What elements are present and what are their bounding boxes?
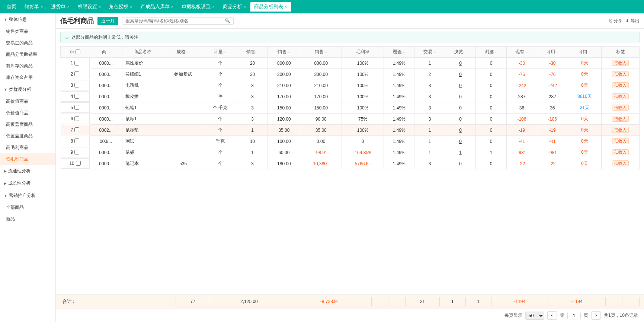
nav-item-sales[interactable]: 销货单 × (21, 2, 47, 12)
row-checkbox[interactable] (74, 83, 79, 87)
cell-code: 0000... (90, 69, 122, 80)
cell-browse1[interactable]: 0 (445, 91, 475, 102)
cell-sales-qty: 3 (237, 158, 267, 169)
nav-close-roles[interactable]: × (130, 4, 132, 9)
nav-item-roles[interactable]: 角色授权 × (105, 2, 136, 12)
row-checkbox[interactable] (74, 150, 79, 154)
nav-close-analysis-list[interactable]: × (285, 4, 287, 9)
cell-browse1[interactable]: 1 (445, 147, 475, 158)
sidebar-group-circulation[interactable]: ▶ 流通性分析 (0, 165, 55, 177)
cell-current-stock: 36 (506, 102, 537, 114)
row-checkbox[interactable] (76, 161, 81, 166)
sidebar-item-low-value[interactable]: 低价值商品 (0, 107, 55, 119)
current-page-input[interactable] (567, 312, 581, 319)
search-icon[interactable]: 🔍 (225, 18, 230, 23)
sidebar-group-overview[interactable]: ▼ 整体信息 (0, 13, 55, 26)
share-icon: ⎘ (609, 18, 612, 23)
row-checkbox[interactable] (74, 105, 79, 110)
cell-unit: 千克 (203, 136, 237, 147)
nav-item-analysis[interactable]: 商品分析 × (219, 2, 250, 12)
cell-browse1[interactable]: 0 (445, 125, 475, 136)
cell-sales-profit: 35.00 (300, 125, 342, 136)
sidebar-item-sales-goods[interactable]: 销售类商品 (0, 26, 55, 37)
cell-browse1[interactable]: 0 (445, 102, 475, 114)
cell-gross-rate: 75% (342, 114, 384, 125)
row-checkbox[interactable] (74, 116, 79, 121)
cell-name[interactable]: 铅笔1 (122, 102, 163, 114)
cell-browse1[interactable]: 0 (445, 80, 475, 91)
nav-close-analysis[interactable]: × (244, 4, 246, 9)
cell-name[interactable]: 鼠标 (122, 147, 163, 158)
page-label: 第 (560, 312, 564, 319)
nav-item-home[interactable]: 首页 (3, 2, 20, 12)
cell-coverage: 1.49% (384, 91, 414, 102)
export-button[interactable]: ⬇ 导出 (625, 18, 640, 24)
cell-name[interactable]: 属性定价 (122, 58, 163, 69)
date-filter-button[interactable]: 近一月 (97, 17, 118, 25)
cell-browse1[interactable]: 0 (445, 158, 475, 169)
sidebar-item-high-coverage[interactable]: 高覆盖度商品 (0, 119, 55, 130)
sidebar-item-traded-goods[interactable]: 交易过的商品 (0, 37, 55, 49)
search-input[interactable] (125, 18, 225, 23)
cell-name[interactable]: 鼠标1 (122, 114, 163, 125)
nav-close-products[interactable]: × (171, 4, 173, 9)
cell-browse1[interactable]: 0 (445, 58, 475, 69)
sidebar-item-category-rate[interactable]: 商品分类助销率 (0, 49, 55, 60)
sidebar-item-new-goods[interactable]: 新品 (0, 213, 55, 225)
nav-item-purchase[interactable]: 进货单 × (47, 2, 73, 12)
nav-close-permissions[interactable]: × (99, 4, 101, 9)
cell-browse1[interactable]: 0 (445, 136, 475, 147)
row-checkbox[interactable] (74, 71, 79, 76)
cell-name[interactable]: 鼠标垫 (122, 125, 163, 136)
settings-icon[interactable]: ⚙ (70, 50, 74, 55)
row-checkbox[interactable] (74, 61, 79, 66)
per-page-select[interactable]: 50 100 200 (525, 312, 544, 320)
sidebar-item-inventory-goods[interactable]: 有库存的商品 (0, 60, 55, 72)
sidebar-group-cluster[interactable]: ▼ 类群度分析 (0, 83, 55, 96)
cell-available: -242 (537, 80, 568, 91)
cell-name[interactable]: 橡皮擦 (122, 91, 163, 102)
row-checkbox[interactable] (74, 127, 79, 132)
share-button[interactable]: ⎘ 分享 (609, 18, 622, 24)
sidebar-group-growth[interactable]: ▶ 成长性分析 (0, 177, 55, 189)
cell-sales-profit: 90.00 (300, 114, 342, 125)
sidebar-item-low-margin[interactable]: 低毛利商品 (0, 153, 55, 165)
sidebar-item-all-goods[interactable]: 全部商品 (0, 202, 55, 213)
arrow-down-icon-3: ▼ (4, 194, 7, 198)
nav-close-templates[interactable]: × (212, 4, 214, 9)
nav-close-sales[interactable]: × (41, 4, 43, 9)
sidebar-item-inventory-capital[interactable]: 库存资金占用 (0, 72, 55, 83)
cell-name[interactable]: 吴细细1 (122, 69, 163, 80)
cell-browse2: 0 (476, 114, 506, 125)
tag-badge: 低收入 (612, 127, 629, 133)
cell-browse1[interactable]: 0 (445, 69, 475, 80)
cell-sales-qty: 3 (237, 114, 267, 125)
cell-gross-rate: 100% (342, 58, 384, 69)
nav-close-purchase[interactable]: × (67, 4, 69, 9)
cell-sales-qty: 3 (237, 80, 267, 91)
sidebar-item-high-value[interactable]: 高价值商品 (0, 96, 55, 107)
row-checkbox[interactable] (74, 94, 79, 99)
cell-sales-price: 35.00 (268, 125, 300, 136)
cell-gross-rate: 100% (342, 80, 384, 91)
cell-index: 8 (61, 136, 90, 146)
cell-name[interactable]: 电话机 (122, 80, 163, 91)
row-checkbox[interactable] (74, 138, 79, 143)
cell-name[interactable]: 笔记本 (122, 158, 163, 169)
cell-browse1[interactable]: 0 (445, 114, 475, 125)
prev-page-button[interactable]: ＜ (547, 311, 557, 320)
cell-sales-price: 800.00 (268, 58, 300, 69)
nav-item-analysis-list[interactable]: 商品分析列表 × (250, 2, 291, 12)
col-header-settings[interactable]: ⚙ (61, 47, 90, 58)
sidebar-item-low-coverage[interactable]: 低覆盖度商品 (0, 130, 55, 142)
select-all-checkbox[interactable] (76, 50, 80, 54)
sidebar-group-marketing[interactable]: ▼ 营销推广分析 (0, 189, 55, 202)
cell-sales-qty: 20 (237, 58, 267, 69)
nav-item-permissions[interactable]: 权限设置 × (74, 2, 105, 12)
next-page-button[interactable]: ＞ (591, 311, 601, 320)
nav-item-products[interactable]: 产成品入库单 × (137, 2, 177, 12)
arrow-right-icon-2: ▶ (4, 181, 7, 185)
sidebar-item-high-margin[interactable]: 高毛利商品 (0, 142, 55, 153)
nav-item-templates[interactable]: 单据模板设置 × (178, 2, 218, 12)
cell-name[interactable]: 测试 (122, 136, 163, 147)
